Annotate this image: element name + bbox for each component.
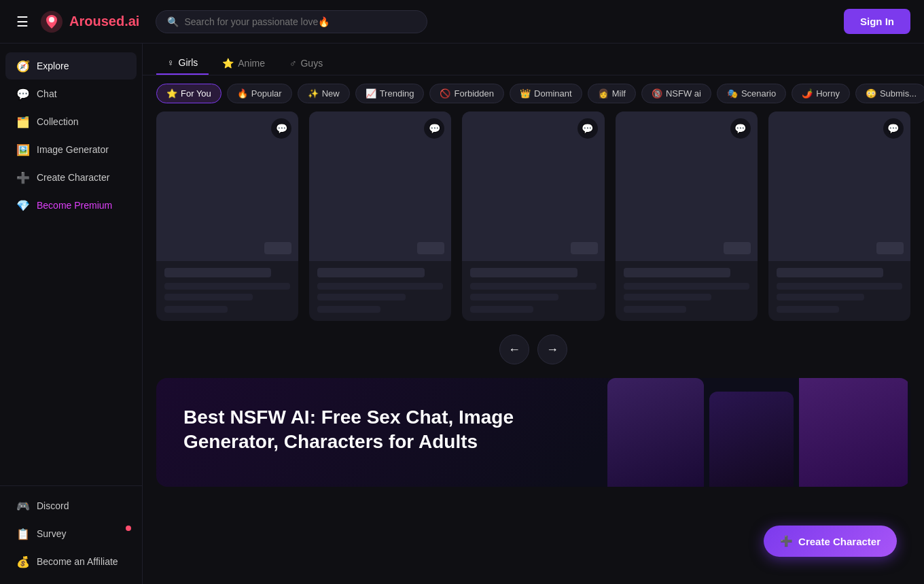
- tag-label-horny: Horny: [816, 88, 840, 99]
- card-stats-skeleton: [777, 306, 840, 313]
- tab-label-guys: Guys: [300, 58, 323, 69]
- logo-text: Aroused.ai: [69, 14, 139, 29]
- card[interactable]: 💬: [616, 111, 758, 321]
- card-image: 💬: [616, 111, 758, 261]
- search-bar[interactable]: 🔍: [156, 10, 427, 33]
- logo[interactable]: Aroused.ai: [39, 10, 139, 34]
- sidebar-label-collection: Collection: [37, 116, 78, 127]
- tag-label-nsfw-ai: NSFW ai: [666, 88, 701, 99]
- card-image: 💬: [462, 111, 604, 261]
- card-skeleton-tag: [264, 242, 291, 254]
- sidebar-item-chat[interactable]: 💬Chat: [5, 80, 137, 107]
- card-desc-skeleton-short: [317, 294, 406, 300]
- create-character-floating-button[interactable]: ➕ Create Character: [764, 526, 897, 557]
- search-input[interactable]: [184, 16, 416, 27]
- filter-tag-scenario[interactable]: 🎭Scenario: [717, 84, 786, 103]
- nav-arrows: ← →: [143, 321, 924, 378]
- prev-button[interactable]: ←: [499, 334, 529, 364]
- filter-tags: ⭐For You🔥Popular✨New📈Trending🚫Forbidden👑…: [143, 75, 924, 111]
- hero-section: Best NSFW AI: Free Sex Chat, Image Gener…: [156, 378, 910, 487]
- filter-tag-dominant[interactable]: 👑Dominant: [510, 84, 582, 103]
- chat-bubble-icon: 💬: [578, 118, 598, 139]
- sidebar-item-survey[interactable]: 📋Survey: [5, 520, 137, 547]
- tag-label-for-you: For You: [181, 88, 211, 99]
- filter-tag-submissive[interactable]: 😳Submis...: [855, 84, 924, 103]
- sidebar-item-discord[interactable]: 🎮Discord: [5, 492, 137, 519]
- horny-icon: 🌶️: [802, 88, 813, 99]
- sidebar-item-image-generator[interactable]: 🖼️Image Generator: [5, 136, 137, 163]
- collection-icon: 🗂️: [16, 115, 30, 128]
- sidebar-item-affiliate[interactable]: 💰Become an Affiliate: [5, 548, 137, 575]
- card-name-skeleton: [777, 268, 883, 277]
- create-character-icon: ➕: [16, 171, 30, 184]
- plus-icon: ➕: [780, 535, 793, 547]
- sidebar-label-chat: Chat: [37, 88, 57, 99]
- card-name-skeleton: [164, 268, 271, 277]
- sign-in-button[interactable]: Sign In: [844, 9, 910, 34]
- sidebar-label-survey: Survey: [37, 528, 67, 539]
- card-body: [156, 261, 298, 321]
- svg-point-1: [49, 17, 54, 22]
- filter-tag-forbidden[interactable]: 🚫Forbidden: [429, 84, 504, 103]
- filter-tag-new[interactable]: ✨New: [298, 84, 350, 103]
- hero-character-2: [709, 392, 794, 487]
- category-tab-girls[interactable]: ♀Girls: [156, 52, 209, 75]
- card-desc-skeleton-short: [164, 294, 253, 300]
- filter-tag-for-you[interactable]: ⭐For You: [156, 84, 221, 103]
- guys-icon: ♂: [289, 58, 297, 69]
- card[interactable]: 💬: [768, 111, 910, 321]
- category-tab-anime[interactable]: ⭐Anime: [211, 52, 276, 75]
- card[interactable]: 💬: [462, 111, 604, 321]
- menu-button[interactable]: ☰: [14, 11, 31, 33]
- card-name-skeleton: [624, 268, 730, 277]
- sidebar-item-explore[interactable]: 🧭Explore: [5, 52, 137, 80]
- nsfw-ai-icon: 🔞: [652, 88, 662, 99]
- filter-tag-trending[interactable]: 📈Trending: [355, 84, 425, 103]
- search-icon: 🔍: [167, 16, 179, 27]
- chat-bubble-icon: 💬: [271, 118, 291, 139]
- sidebar-item-become-premium[interactable]: 💎Become Premium: [5, 192, 137, 219]
- tag-label-popular: Popular: [251, 88, 282, 99]
- card-desc-skeleton-short: [470, 294, 558, 300]
- card-desc-skeleton: [164, 283, 290, 290]
- sidebar-label-explore: Explore: [37, 61, 69, 71]
- explore-icon: 🧭: [16, 59, 30, 73]
- popular-icon: 🔥: [237, 88, 248, 99]
- filter-tag-nsfw-ai[interactable]: 🔞NSFW ai: [641, 84, 711, 103]
- sidebar-label-affiliate: Become an Affiliate: [37, 556, 118, 567]
- new-icon: ✨: [308, 88, 319, 99]
- filter-tag-popular[interactable]: 🔥Popular: [227, 84, 292, 103]
- card-desc-skeleton: [470, 283, 596, 290]
- cards-section: 💬 💬: [143, 111, 924, 321]
- image-generator-icon: 🖼️: [16, 143, 30, 156]
- sidebar-label-image-generator: Image Generator: [37, 144, 109, 155]
- card[interactable]: 💬: [309, 111, 451, 321]
- card-body: [616, 261, 758, 321]
- card-desc-skeleton-short: [777, 294, 865, 300]
- sidebar-item-create-character[interactable]: ➕Create Character: [5, 164, 137, 191]
- card-name-skeleton: [470, 268, 577, 277]
- for-you-icon: ⭐: [166, 88, 177, 99]
- card-name-skeleton: [317, 268, 424, 277]
- next-button[interactable]: →: [537, 334, 567, 364]
- chat-bubble-icon: 💬: [883, 118, 904, 139]
- card-desc-skeleton: [777, 283, 902, 290]
- filter-tag-horny[interactable]: 🌶️Horny: [792, 84, 850, 103]
- sidebar-bottom: 🎮Discord📋Survey💰Become an Affiliate: [0, 485, 142, 576]
- sidebar-item-collection[interactable]: 🗂️Collection: [5, 108, 137, 135]
- tag-label-forbidden: Forbidden: [454, 88, 494, 99]
- card-skeleton-tag: [724, 242, 751, 254]
- main-layout: 🧭Explore💬Chat🗂️Collection🖼️Image Generat…: [0, 44, 924, 584]
- survey-icon: 📋: [16, 527, 30, 540]
- logo-icon: [39, 10, 64, 34]
- category-tab-guys[interactable]: ♂Guys: [279, 52, 334, 75]
- card[interactable]: 💬: [156, 111, 298, 321]
- filter-tag-milf[interactable]: 👩Milf: [588, 84, 636, 103]
- sidebar-label-become-premium: Become Premium: [37, 200, 112, 211]
- chat-bubble-icon: 💬: [730, 118, 751, 139]
- tag-label-milf: Milf: [612, 88, 626, 99]
- milf-icon: 👩: [598, 88, 609, 99]
- hamburger-icon: ☰: [16, 14, 29, 29]
- discord-icon: 🎮: [16, 499, 30, 513]
- card-body: [309, 261, 451, 321]
